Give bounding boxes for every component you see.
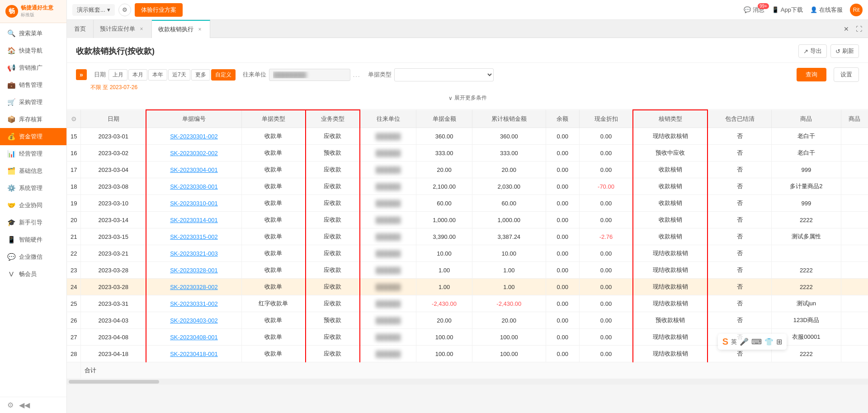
order-link[interactable]: SK-20230308-001 bbox=[170, 183, 218, 190]
cell-cumulative: 1.00 bbox=[472, 279, 546, 295]
cell-goods2 bbox=[841, 161, 868, 178]
sidebar-item-inventory[interactable]: 📦库存核算 bbox=[0, 111, 66, 128]
sidebar-item-system[interactable]: ⚙️系统管理 bbox=[0, 180, 66, 197]
sidebar-item-search[interactable]: 🔍搜索菜单 bbox=[0, 25, 66, 42]
sidebar-item-purchase[interactable]: 🛒采购管理 bbox=[0, 94, 66, 111]
date-btn-this-year[interactable]: 本年 bbox=[148, 69, 167, 81]
cell-order-no: SK-20230301-002 bbox=[146, 128, 241, 145]
cell-write-type: 预收中应收 bbox=[633, 145, 708, 161]
cell-discount: 0.00 bbox=[579, 329, 633, 346]
query-button[interactable]: 查询 bbox=[797, 68, 826, 81]
gear-button[interactable]: ⚙ bbox=[118, 4, 131, 16]
horizontal-scrollbar[interactable] bbox=[69, 380, 159, 384]
order-link[interactable]: SK-20230321-003 bbox=[170, 250, 218, 257]
app-download-item[interactable]: 📱 App下载 bbox=[772, 6, 803, 14]
sidebar-item-hardware[interactable]: 📱智能硬件 bbox=[0, 231, 66, 248]
cell-date: 2023-03-21 bbox=[81, 245, 146, 262]
settings-bottom-icon[interactable]: ⚙ bbox=[7, 401, 14, 409]
cell-discount: 0.00 bbox=[579, 145, 633, 161]
cell-discount: 0.00 bbox=[579, 346, 633, 362]
th-balance: 余额 bbox=[546, 110, 579, 128]
order-link[interactable]: SK-20230304-001 bbox=[170, 166, 218, 173]
cell-date: 2023-03-28 bbox=[81, 279, 146, 295]
cell-counterparty: ██████ bbox=[360, 262, 416, 279]
cell-counterparty: ██████ bbox=[360, 279, 416, 295]
order-link[interactable]: SK-20230328-002 bbox=[170, 284, 218, 290]
settings-button[interactable]: 设置 bbox=[834, 67, 859, 82]
th-settings[interactable]: ⚙ bbox=[67, 110, 81, 128]
order-link[interactable]: SK-20230418-001 bbox=[170, 351, 218, 357]
counterparty-input[interactable] bbox=[269, 69, 350, 81]
date-btn-last-month[interactable]: 上月 bbox=[108, 69, 127, 81]
sidebar-item-wechat[interactable]: 💬企业微信 bbox=[0, 248, 66, 266]
column-settings-icon[interactable]: ⚙ bbox=[71, 115, 77, 123]
tab-payable[interactable]: 预计应应付单 × bbox=[94, 20, 152, 38]
sidebar-label-guide: 新手引导 bbox=[19, 218, 42, 227]
sidebar-label-quick: 快捷导航 bbox=[19, 47, 42, 55]
order-link[interactable]: SK-20230314-001 bbox=[170, 217, 218, 223]
tab-home[interactable]: 首页 bbox=[67, 20, 94, 38]
data-table: ⚙ 日期 单据编号 单据类型 业务类型 往来单位 单据金额 累计核销金额 余额 … bbox=[67, 109, 868, 379]
cell-amount: 3,390.00 bbox=[416, 228, 472, 245]
order-link[interactable]: SK-20230328-001 bbox=[170, 267, 218, 274]
cell-balance: 0.00 bbox=[546, 178, 579, 195]
table-row: 23 2023-03-28 SK-20230328-001 收款单 应收款 ██… bbox=[67, 262, 868, 279]
table-footer: 合计 bbox=[67, 362, 868, 379]
expand-button[interactable]: ∨ 展开更多条件 bbox=[448, 94, 487, 102]
tab-close-btn[interactable]: ✕ bbox=[841, 24, 852, 34]
solution-button[interactable]: 体验行业方案 bbox=[135, 3, 183, 17]
cell-include-settled: 否 bbox=[708, 228, 772, 245]
cell-no: 15 bbox=[67, 128, 81, 145]
tab-payment[interactable]: 收款核销执行 × bbox=[152, 20, 210, 38]
export-button[interactable]: ↗ 导出 bbox=[798, 44, 827, 58]
cell-date: 2023-03-15 bbox=[81, 228, 146, 245]
org-selector[interactable]: 演示账套... ▾ bbox=[72, 4, 115, 16]
th-goods2: 商品 bbox=[841, 110, 868, 128]
date-btn-this-month[interactable]: 本月 bbox=[128, 69, 147, 81]
cell-doc-type: 收款单 bbox=[241, 312, 306, 329]
order-link[interactable]: SK-20230315-002 bbox=[170, 233, 218, 240]
cell-biz-type: 应收款 bbox=[306, 195, 360, 212]
sidebar-item-sales[interactable]: 💼销售管理 bbox=[0, 76, 66, 94]
sidebar-item-finance[interactable]: 💰资金管理 bbox=[0, 128, 66, 145]
cell-cumulative: 60.00 bbox=[472, 195, 546, 212]
cell-goods: 多计量商品2 bbox=[772, 178, 841, 195]
sidebar-item-basic[interactable]: 🗂️基础信息 bbox=[0, 162, 66, 180]
cell-goods: 2222 bbox=[772, 212, 841, 228]
cell-date: 2023-04-08 bbox=[81, 329, 146, 346]
tab-payable-close[interactable]: × bbox=[138, 25, 145, 33]
cell-goods2 bbox=[841, 346, 868, 362]
cell-doc-type: 收款单 bbox=[241, 279, 306, 295]
order-link[interactable]: SK-20230310-001 bbox=[170, 200, 218, 207]
online-service-item[interactable]: 👤 在线客服 bbox=[810, 6, 843, 14]
order-link[interactable]: SK-20230331-002 bbox=[170, 300, 218, 307]
order-link[interactable]: SK-20230301-002 bbox=[170, 133, 218, 140]
date-btn-more[interactable]: 更多 bbox=[191, 69, 210, 81]
cell-write-type: 预收款核销 bbox=[633, 312, 708, 329]
cell-amount: 20.00 bbox=[416, 161, 472, 178]
cell-counterparty: ██████ bbox=[360, 178, 416, 195]
filter-toggle[interactable]: » bbox=[76, 69, 87, 80]
sidebar-item-guide[interactable]: 🎓新手引导 bbox=[0, 214, 66, 231]
doc-type-select[interactable] bbox=[394, 68, 494, 81]
date-btn-7days[interactable]: 近7天 bbox=[168, 69, 190, 81]
sidebar-item-corp[interactable]: 🤝企业协同 bbox=[0, 197, 66, 214]
message-item[interactable]: 💬 消息 99+ bbox=[744, 6, 764, 14]
refresh-button[interactable]: ↺ 刷新 bbox=[830, 44, 859, 58]
date-btn-custom[interactable]: 自定义 bbox=[211, 69, 236, 81]
cell-include-settled: 否 bbox=[708, 329, 772, 346]
sidebar-item-member[interactable]: V畅会员 bbox=[0, 266, 66, 283]
collapse-icon[interactable]: ◀◀ bbox=[19, 401, 30, 409]
cell-order-no: SK-20230310-001 bbox=[146, 195, 241, 212]
cell-biz-type: 应收款 bbox=[306, 228, 360, 245]
sidebar-item-quick[interactable]: 🏠快捷导航 bbox=[0, 42, 66, 59]
tab-payment-close[interactable]: × bbox=[196, 26, 203, 33]
user-avatar[interactable]: Rit bbox=[850, 4, 863, 16]
order-link[interactable]: SK-20230302-002 bbox=[170, 150, 218, 157]
order-link[interactable]: SK-20230403-002 bbox=[170, 317, 218, 324]
tab-expand-btn[interactable]: ⛶ bbox=[854, 24, 864, 34]
sidebar-item-operation[interactable]: 📊经营管理 bbox=[0, 145, 66, 162]
sidebar-item-marketing[interactable]: 📢营销推广 bbox=[0, 59, 66, 76]
cell-counterparty: ██████ bbox=[360, 161, 416, 178]
order-link[interactable]: SK-20230408-001 bbox=[170, 334, 218, 341]
